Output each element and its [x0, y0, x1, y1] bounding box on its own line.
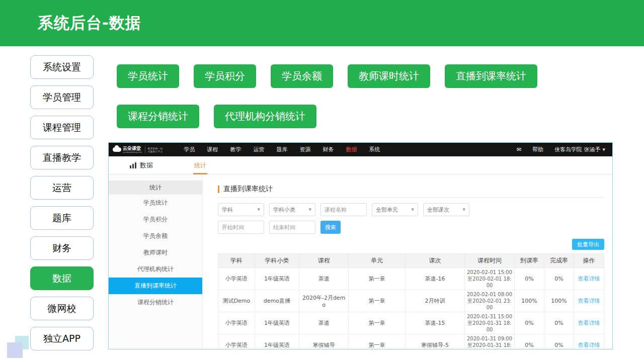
- subheader: 数据 统计: [109, 156, 612, 174]
- end-time-input[interactable]: [269, 221, 315, 234]
- brand-name: 云朵课堂: [123, 146, 142, 151]
- subject-select[interactable]: 学科 ▼: [218, 203, 264, 216]
- quick-buttons-row1: 学员统计 学员积分 学员余额 教师课时统计 直播到课率统计: [117, 64, 537, 88]
- table-body: 小学英语 1年级英语 茶道 第一章 茶道-16 2020-02-01 15:00…: [218, 268, 604, 350]
- cell-unit: 第一章: [349, 312, 406, 334]
- navbar-menu-item[interactable]: 学员: [184, 146, 195, 153]
- table-column-header: 完成率: [544, 254, 574, 268]
- cell-unit: 第一章: [349, 268, 406, 290]
- table-column-header: 学科小类: [255, 254, 299, 268]
- navbar-menu-item[interactable]: 财务: [323, 146, 334, 153]
- cell-course: 寒假辅导: [299, 334, 349, 350]
- navbar-menu-item[interactable]: 数据: [346, 146, 357, 153]
- navbar-menu-item[interactable]: 运营: [254, 146, 265, 153]
- export-row: 批量导出: [218, 239, 604, 250]
- stats-sidebar-item[interactable]: 学员余额: [109, 228, 202, 244]
- caret-down-icon: ▼: [412, 208, 414, 212]
- filter-row-1: 学科 ▼ 学科小类 ▼ 全部单元 ▼ 全部课次 ▼: [218, 203, 604, 216]
- cell-completion-rate: 100%: [544, 290, 574, 312]
- quick-stat-button[interactable]: 直播到课率统计: [445, 64, 537, 88]
- cell-course-time: 2020-01-31 15:00至2020-01-31 18:00: [465, 312, 515, 334]
- quick-stat-button[interactable]: 代理机构分销统计: [214, 105, 316, 128]
- top-navbar: 云朵课堂 yunduoketang.com 教育机构一站 式服务云平台 学员 课…: [109, 143, 612, 156]
- cell-lesson: 寒假辅导-5: [405, 334, 464, 350]
- tab-statistics[interactable]: 统计: [189, 156, 211, 174]
- cell-subject: 测试Demo: [218, 290, 255, 312]
- cell-attendance-rate: 0%: [515, 268, 544, 290]
- quick-stat-button[interactable]: 教师课时统计: [348, 64, 430, 88]
- table-row: 小学英语 1年级英语 茶道 第一章 茶道-15 2020-01-31 15:00…: [218, 312, 604, 334]
- navbar-menu-item[interactable]: 课程: [207, 146, 218, 153]
- panel-title: 直播到课率统计: [223, 185, 273, 194]
- sidebar-item[interactable]: 独立APP: [30, 327, 94, 350]
- cell-subject: 小学英语: [218, 268, 255, 290]
- navbar-menu-item[interactable]: 教学: [230, 146, 242, 153]
- quick-stat-button[interactable]: 学员统计: [117, 64, 179, 88]
- panel-title-row: 直播到课率统计: [218, 185, 604, 194]
- view-detail-link[interactable]: 查看详情: [578, 320, 600, 326]
- brand-domain: yunduoketang.com: [123, 151, 142, 153]
- caret-down-icon: ▼: [603, 148, 605, 152]
- help-link[interactable]: 帮助: [532, 146, 543, 153]
- admin-screenshot: 云朵课堂 yunduoketang.com 教育机构一站 式服务云平台 学员 课…: [108, 142, 613, 349]
- table-row: 小学英语 1年级英语 寒假辅导 第一章 寒假辅导-5 2020-01-31 09…: [218, 334, 604, 350]
- chart-icon: [130, 162, 136, 168]
- table-row: 测试Demo demo直播 2020年-2月demo 第一章 2月特训 2020…: [218, 290, 604, 312]
- attendance-table: 学科学科小类课程单元课次课程时间到课率完成率操作 小学英语 1年级英语 茶道 第…: [218, 253, 604, 349]
- view-detail-link[interactable]: 查看详情: [578, 276, 600, 282]
- page-header: 系统后台-数据: [0, 0, 644, 46]
- sidebar-item[interactable]: 题库: [30, 206, 94, 230]
- sidebar-item[interactable]: 学员管理: [30, 85, 94, 109]
- sidebar-item[interactable]: 财务: [30, 236, 94, 260]
- navbar-menu-item[interactable]: 题库: [277, 146, 288, 153]
- sidebar-item[interactable]: 课程管理: [30, 116, 94, 139]
- sidebar-item[interactable]: 运营: [30, 176, 94, 200]
- table-column-header: 课程时间: [465, 254, 515, 268]
- page-title: 系统后台-数据: [38, 13, 141, 34]
- quick-stat-button[interactable]: 学员积分: [194, 64, 256, 88]
- mail-icon[interactable]: ✉: [517, 146, 521, 153]
- navbar-menu: 学员 课程 教学 运营 题库 资源 财务 数据 系统: [184, 146, 380, 153]
- brand-divider: [145, 146, 145, 153]
- cell-completion-rate: 0%: [544, 312, 574, 334]
- course-name-input[interactable]: [320, 203, 367, 216]
- subject-subcategory-select[interactable]: 学科小类 ▼: [269, 203, 315, 216]
- start-time-input[interactable]: [218, 221, 264, 234]
- stats-sidebar: 统计 学员统计 学员积分 学员余额 教师课时 代理机构统计 直播到课率统计 课程…: [109, 174, 203, 349]
- cell-subcategory: 1年级英语: [255, 268, 299, 290]
- stats-sidebar-item[interactable]: 学员积分: [109, 211, 202, 228]
- sidebar-item[interactable]: 系统设置: [30, 55, 94, 79]
- unit-select[interactable]: 全部单元 ▼: [372, 203, 418, 216]
- view-detail-link[interactable]: 查看详情: [578, 298, 600, 304]
- lesson-select[interactable]: 全部课次 ▼: [423, 203, 469, 216]
- left-sidebar: 系统设置 学员管理 课程管理 直播教学 运营 题库 财务 数据 微网校 独立AP…: [30, 55, 94, 357]
- unit-select-value: 全部单元: [376, 206, 398, 214]
- sidebar-item[interactable]: 微网校: [30, 297, 94, 320]
- section-label: 数据: [140, 161, 153, 170]
- cell-course-time: 2020-01-31 09:00至2020-01-31 18:00: [465, 334, 515, 350]
- stats-sidebar-item[interactable]: 学员统计: [109, 195, 202, 211]
- brand-logo[interactable]: 云朵课堂 yunduoketang.com 教育机构一站 式服务云平台: [113, 146, 163, 153]
- title-accent-bar: [218, 186, 219, 193]
- quick-stat-button[interactable]: 学员余额: [271, 64, 333, 88]
- cell-action: 查看详情: [574, 334, 604, 350]
- navbar-menu-item[interactable]: 系统: [369, 146, 380, 153]
- brand-text: 云朵课堂 yunduoketang.com: [123, 146, 142, 153]
- stats-sidebar-item[interactable]: 代理机构统计: [109, 261, 202, 278]
- caret-down-icon: ▼: [309, 208, 311, 212]
- sidebar-item[interactable]: 直播教学: [30, 146, 94, 169]
- navbar-menu-item[interactable]: 资源: [300, 146, 311, 153]
- account-menu[interactable]: 侠客岛学院 张涵予 ▼: [554, 146, 605, 153]
- sidebar-item[interactable]: 数据: [30, 266, 94, 290]
- stats-sidebar-item[interactable]: 直播到课率统计: [109, 278, 202, 294]
- stats-sidebar-item[interactable]: 课程分销统计: [109, 294, 202, 311]
- cell-action: 查看详情: [574, 290, 604, 312]
- batch-export-button[interactable]: 批量导出: [572, 239, 604, 250]
- screenshot-body: 统计 学员统计 学员积分 学员余额 教师课时 代理机构统计 直播到课率统计 课程…: [109, 174, 612, 349]
- search-button[interactable]: 搜索: [320, 221, 341, 234]
- stats-sidebar-item[interactable]: 教师课时: [109, 244, 202, 261]
- view-detail-link[interactable]: 查看详情: [578, 342, 600, 348]
- cell-subcategory: demo直播: [255, 290, 299, 312]
- cell-subcategory: 1年级英语: [255, 312, 299, 334]
- quick-stat-button[interactable]: 课程分销统计: [117, 105, 199, 128]
